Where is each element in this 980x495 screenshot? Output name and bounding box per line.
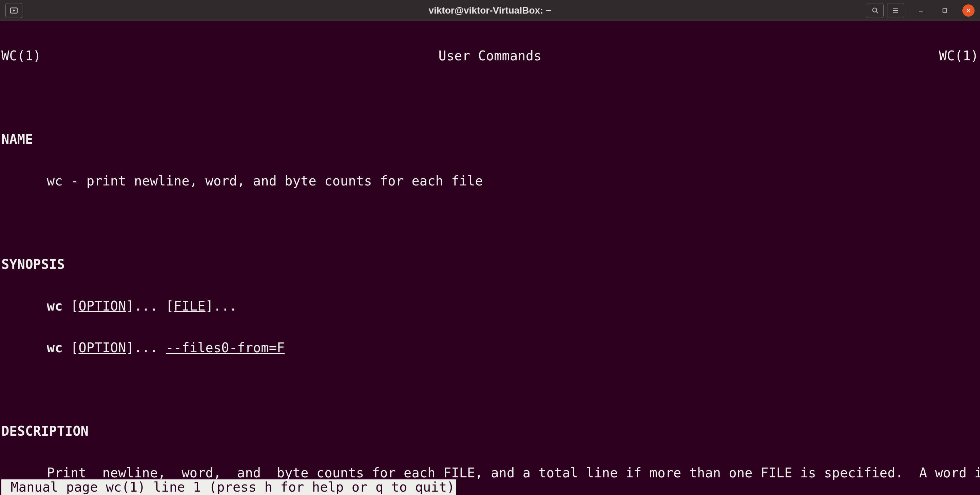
man-header-row: WC(1) User Commands WC(1) — [0, 49, 980, 63]
man-header-right: WC(1) — [939, 49, 978, 63]
svg-point-3 — [873, 8, 877, 12]
svg-rect-9 — [943, 9, 947, 13]
synopsis-option: OPTION — [79, 298, 126, 314]
window-titlebar: viktor@viktor-VirtualBox: ~ — [0, 0, 980, 21]
close-icon-circle — [963, 5, 975, 17]
titlebar-left-group — [5, 0, 22, 21]
synopsis-arg: --files0-from=F — [166, 340, 285, 355]
synopsis-cmd: wc — [47, 298, 63, 314]
search-icon — [871, 6, 879, 14]
synopsis-line-1: wc [OPTION]... [FILE]... — [0, 299, 980, 313]
man-header-center: User Commands — [439, 49, 542, 63]
man-header-left: WC(1) — [2, 49, 41, 63]
section-name-text: wc - print newline, word, and byte count… — [0, 174, 980, 188]
synopsis-file: FILE — [174, 298, 205, 314]
search-button[interactable] — [867, 3, 884, 18]
hamburger-icon — [891, 6, 900, 14]
synopsis-cmd: wc — [47, 340, 63, 355]
window-title: viktor@viktor-VirtualBox: ~ — [428, 5, 551, 16]
section-synopsis-heading: SYNOPSIS — [0, 257, 980, 271]
section-description-heading: DESCRIPTION — [0, 424, 980, 438]
svg-line-4 — [876, 11, 878, 13]
titlebar-right-group — [867, 3, 975, 18]
man-page-content: WC(1) User Commands WC(1) NAME wc - prin… — [0, 21, 980, 495]
new-tab-icon — [10, 6, 18, 15]
synopsis-line-2: wc [OPTION]... --files0-from=F — [0, 341, 980, 355]
terminal-viewport[interactable]: WC(1) User Commands WC(1) NAME wc - prin… — [0, 21, 980, 495]
close-icon — [966, 8, 971, 13]
minimize-icon — [918, 7, 924, 14]
maximize-button[interactable] — [938, 4, 951, 17]
close-button[interactable] — [962, 4, 975, 17]
synopsis-option: OPTION — [79, 340, 126, 355]
description-para1a: Print newline, word, and byte counts for… — [0, 466, 980, 480]
new-tab-button[interactable] — [5, 3, 22, 18]
minimize-button[interactable] — [914, 4, 928, 17]
menu-button[interactable] — [887, 3, 904, 18]
section-name-heading: NAME — [0, 132, 980, 146]
maximize-icon — [942, 8, 948, 14]
man-status-line[interactable]: Manual page wc(1) line 1 (press h for he… — [2, 479, 456, 495]
